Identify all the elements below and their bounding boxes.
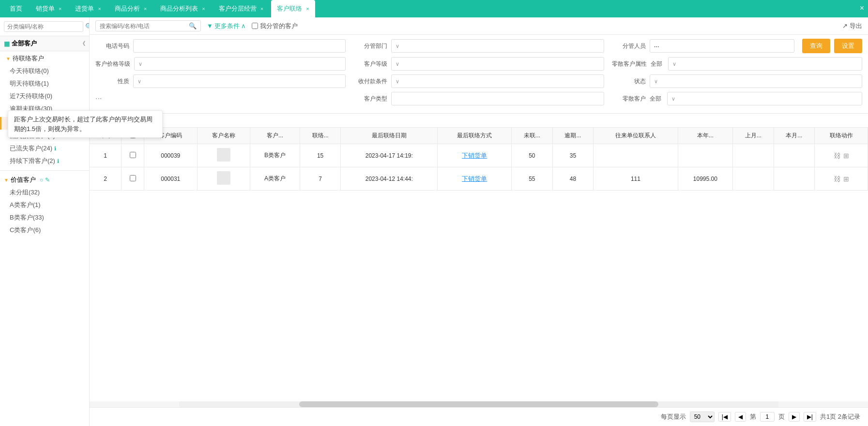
filter-branch: 分管部门 ∨ — [353, 39, 604, 53]
nav-analysis[interactable]: 商品分析 × — [109, 0, 152, 17]
close-sales-icon[interactable]: × — [59, 6, 61, 12]
filter-icon: ▼ — [207, 22, 213, 29]
close-analysis-icon[interactable]: × — [144, 6, 147, 12]
close-analysis-list-icon[interactable]: × — [202, 6, 205, 12]
sidebar-item-class-c[interactable]: C类客户(6) — [0, 224, 89, 236]
th-last-month: 上月... — [733, 128, 774, 144]
nav-home[interactable]: 首页 — [4, 0, 28, 17]
phone-input[interactable] — [133, 39, 346, 53]
pending-arrow-icon: ▼ — [6, 56, 11, 61]
status-dropdown[interactable]: ∨ — [650, 74, 862, 88]
query-button[interactable]: 查询 — [802, 39, 830, 53]
page-size-select[interactable]: 50 100 200 — [690, 411, 715, 422]
customer-level-dropdown[interactable]: ∨ — [391, 57, 604, 71]
settings-button[interactable]: 设置 — [834, 39, 862, 53]
link-icon-2[interactable]: ⛓ — [834, 175, 840, 183]
filter-customer-type: 客户类型 — [353, 92, 604, 105]
th-contact: 联络... — [300, 128, 341, 144]
customer-type-dropdown[interactable] — [391, 92, 604, 105]
cell-contacts-2: 111 — [594, 167, 678, 191]
status-arrow-icon: ∨ — [654, 78, 658, 85]
collapse-icon[interactable]: 《 — [80, 40, 85, 47]
content-area: 🔍 ▼ 更多条件 ∧ 我分管的客户 ↗ 导出 电话号码 — [90, 17, 868, 426]
sidebar-search-icon[interactable]: 🔍 — [85, 23, 90, 30]
all-customers-header[interactable]: ▦ 全部客户 《 — [0, 36, 89, 51]
sidebar-item-tomorrow[interactable]: 明天待联络(1) — [0, 77, 89, 90]
prev-page-btn[interactable]: ◀ — [735, 412, 746, 422]
gender-arrow-icon: ∨ — [137, 78, 141, 85]
cell-last-month-2 — [733, 167, 774, 191]
cell-contact-count-2: 7 — [300, 167, 341, 191]
nav-purchase[interactable]: 进货单 × — [69, 0, 107, 17]
close-all-icon[interactable]: × — [860, 4, 864, 13]
filter-dots-row: ··· — [95, 92, 346, 105]
close-contact-icon[interactable]: × — [306, 6, 309, 12]
value-edit-icon[interactable]: ○ — [40, 176, 43, 183]
retail-customer-arrow-icon: ∨ — [671, 96, 675, 102]
cell-overdue-2: 48 — [552, 167, 594, 191]
table-header-row: 序号 客户编码 客户名称 客户... 联络... 最后联络日期 最后联络方式 未… — [90, 128, 868, 144]
sidebar-item-continuous-down[interactable]: 持续下滑客户(2) ℹ — [0, 155, 89, 167]
nav-customer-segment[interactable]: 客户分层经营 × — [213, 0, 269, 17]
method-link-1[interactable]: 下销货单 — [462, 152, 487, 159]
last-page-btn[interactable]: ▶| — [804, 412, 816, 422]
th-last-contact-date: 最后联络日期 — [341, 128, 438, 144]
my-customers-checkbox[interactable]: 我分管的客户 — [252, 22, 298, 30]
page-label2: 页 — [778, 412, 785, 421]
sidebar-search-input[interactable] — [4, 21, 83, 32]
cell-code-1: 000039 — [144, 144, 197, 167]
payment-terms-dropdown[interactable]: ∨ — [391, 74, 604, 88]
method-link-2[interactable]: 下销货单 — [462, 175, 487, 182]
retail-attr-dropdown[interactable]: ∨ — [668, 57, 862, 71]
row-checkbox-2[interactable] — [130, 175, 136, 181]
cell-this-month-1 — [774, 144, 815, 167]
sidebar-item-today[interactable]: 今天待联络(0) — [0, 65, 89, 77]
my-customers-check[interactable] — [252, 23, 258, 29]
horizontal-scrollbar[interactable] — [179, 401, 778, 407]
link-icon-1[interactable]: ⛓ — [834, 152, 840, 160]
page-input[interactable] — [760, 412, 775, 422]
close-segment-icon[interactable]: × — [260, 6, 263, 12]
scroll-thumb[interactable] — [299, 401, 659, 407]
nav-analysis-list[interactable]: 商品分析列表 × — [154, 0, 211, 17]
close-purchase-icon[interactable]: × — [98, 6, 101, 12]
row-checkbox-1[interactable] — [130, 152, 136, 158]
export-btn[interactable]: ↗ 导出 — [842, 22, 862, 30]
sidebar-item-lost[interactable]: 已流失客户(24) ℹ — [0, 142, 89, 155]
filter-branch-staff: 分管人员 ··· 查询 设置 — [612, 39, 862, 53]
page-label: 第 — [750, 412, 756, 421]
search-input[interactable] — [100, 23, 187, 29]
sidebar-item-class-a[interactable]: A类客户(1) — [0, 199, 89, 211]
value-settings-icon[interactable]: ✎ — [45, 176, 50, 183]
value-group-header[interactable]: ▼ 价值客户 ○ ✎ — [0, 174, 89, 186]
more-filters-btn[interactable]: ▼ 更多条件 ∧ — [207, 22, 246, 30]
filter-payment-terms: 收付款条件 ∨ — [353, 74, 604, 88]
filter-more-dots[interactable]: ··· — [95, 94, 102, 103]
price-level-dropdown[interactable]: ∨ — [134, 57, 346, 71]
branch-dropdown[interactable]: ∨ — [391, 39, 604, 53]
filter-gender: 性质 ∨ — [95, 74, 346, 88]
sidebar-item-class-b[interactable]: B类客户(33) — [0, 211, 89, 224]
cell-uncontacted-1: 50 — [512, 144, 553, 167]
pending-group-header[interactable]: ▼ 待联络客户 — [0, 52, 89, 65]
grid-action-icon-1[interactable]: ⊞ — [843, 152, 849, 160]
grid-action-icon-2[interactable]: ⊞ — [843, 175, 849, 183]
branch-staff-dropdown[interactable]: ··· — [650, 39, 794, 53]
nav-customer-contact[interactable]: 客户联络 × — [271, 0, 315, 17]
nav-sales[interactable]: 销货单 × — [30, 0, 67, 17]
table-area: 序号 客户编码 客户名称 客户... 联络... 最后联络日期 最后联络方式 未… — [90, 128, 868, 401]
cell-actions-2: ⛓ ⊞ — [815, 167, 868, 191]
sidebar-item-7days[interactable]: 近7天待联络(0) — [0, 90, 89, 103]
gender-dropdown[interactable]: ∨ — [133, 74, 346, 88]
cell-overdue-1: 35 — [552, 144, 594, 167]
filter-actions: 查询 设置 — [802, 39, 862, 53]
sidebar-item-ungrouped[interactable]: 未分组(32) — [0, 186, 89, 199]
filter-phone: 电话号码 — [95, 39, 346, 53]
retail-customer-dropdown[interactable]: ∨ — [667, 92, 862, 105]
next-page-btn[interactable]: ▶ — [789, 412, 800, 422]
cell-last-date-2: 2023-04-12 14:44: — [341, 167, 438, 191]
dots-icon: ··· — [654, 43, 659, 50]
first-page-btn[interactable]: |◀ — [718, 412, 731, 422]
search-icon[interactable]: 🔍 — [189, 22, 197, 29]
cell-type-2: A类客户 — [250, 167, 300, 191]
